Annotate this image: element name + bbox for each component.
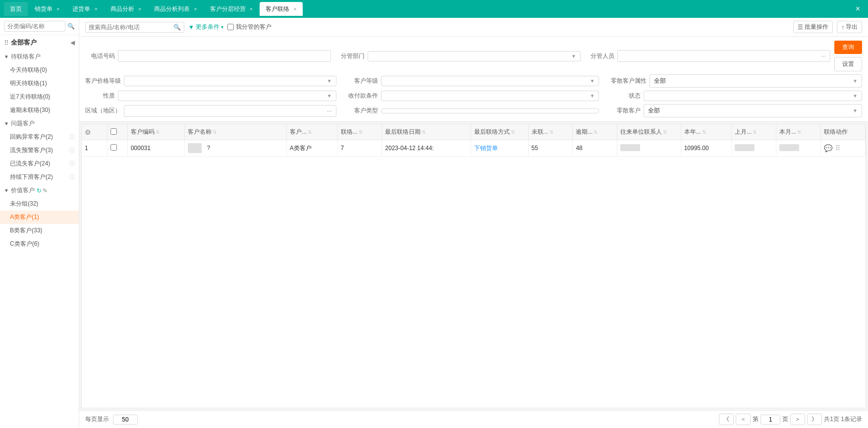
settings-button[interactable]: 设置 [834,57,862,71]
price-level-select[interactable]: ▼ [124,76,336,86]
close-tab-customer-segment[interactable]: × [250,6,253,12]
sort-uncontact-icon[interactable]: ⇅ [549,129,553,135]
page-size-input[interactable] [113,415,138,425]
chat-icon[interactable]: 💬 [824,144,832,152]
prev-page-btn[interactable]: ＜ [736,414,751,425]
person-select[interactable]: ··· [617,50,830,62]
retail-select[interactable]: 全部 ▼ [644,104,862,117]
phone-input[interactable] [118,50,331,62]
sidebar-item-declining[interactable]: 持续下滑客户(2) ⓘ [0,170,79,184]
sidebar-item-overdue[interactable]: 逾期未联络(30) [0,104,79,117]
close-tab-customer-contact[interactable]: × [293,6,296,12]
th-uncontact[interactable]: 未联... ⇅ [528,124,573,140]
sidebar-collapse-btn[interactable]: ◀ [70,39,75,46]
close-tab-sales[interactable]: × [56,6,59,12]
sidebar-group-problem-header[interactable]: ▼ 问题客户 [0,117,79,130]
sidebar-item-class-a[interactable]: A类客户(1) [0,211,79,224]
sort-contacts-icon[interactable]: ⇅ [663,129,667,135]
query-button[interactable]: 查询 [834,41,862,54]
th-method[interactable]: 最后联络方式 ⇅ [471,124,529,140]
retail-attr-select[interactable]: 全部 ▼ [650,74,862,88]
sidebar-item-churned[interactable]: 已流失客户(24) ⓘ [0,157,79,170]
region-dots[interactable]: ··· [327,107,332,114]
th-year[interactable]: 本年... ⇅ [681,124,732,140]
sidebar-all-customers[interactable]: ⠿ 全部客户 ◀ [0,35,79,50]
table-settings-icon[interactable]: ⚙ [85,128,91,136]
dept-select[interactable]: ▼ [368,51,581,61]
sort-year-icon[interactable]: ⇅ [702,129,706,135]
close-tab-analysis[interactable]: × [138,6,141,12]
tab-customer-segment[interactable]: 客户分层经营 × [204,2,259,16]
tab-analysis[interactable]: 商品分析 × [105,2,147,16]
th-thismonth[interactable]: 本月... ⇅ [776,124,821,140]
tab-customer-contact[interactable]: 客户联络 × [260,2,302,16]
sort-thismonth-icon[interactable]: ⇅ [797,129,801,135]
tab-sales[interactable]: 销货单 × [29,2,65,16]
my-customers-checkbox[interactable]: 我分管的客户 [227,23,271,31]
tab-purchase[interactable]: 进货单 × [66,2,103,16]
sidebar-group-pending-header[interactable]: ▼ 待联络客户 [0,50,79,63]
filter-row-2: 客户价格等级 ▼ 客户等级 ▼ [85,74,862,88]
sidebar-item-today[interactable]: 今天待联络(0) [0,63,79,77]
tab-home[interactable]: 首页 [4,2,28,16]
close-all-button[interactable]: × [852,2,864,15]
refresh-icon[interactable]: ↻ [37,187,42,194]
my-customers-check[interactable] [227,24,234,30]
customer-level-select[interactable]: ▼ [381,76,599,86]
sort-lastmonth-icon[interactable]: ⇅ [753,129,757,135]
th-settings: ⚙ [82,124,107,140]
sidebar-item-class-b[interactable]: B类客户(33) [0,224,79,237]
sidebar-group-value-header[interactable]: ▼ 价值客户 ↻ ✎ [0,184,79,197]
next-page-btn[interactable]: ＞ [790,414,805,425]
sidebar-search-input[interactable] [4,21,65,32]
edit-icon[interactable]: ✎ [43,187,48,194]
sidebar-item-tomorrow[interactable]: 明天待联络(1) [0,77,79,90]
close-tab-analysis-list[interactable]: × [194,6,197,12]
th-overdue[interactable]: 逾期... ⇅ [573,124,617,140]
first-page-btn[interactable]: 《 [719,414,734,425]
th-code[interactable]: 客户编码 ⇅ [127,124,185,140]
sort-method-icon[interactable]: ⇅ [511,129,515,135]
sidebar-item-repurchase-abnormal[interactable]: 回购异常客户(2) ⓘ [0,130,79,144]
row-contact: 7 [337,140,382,157]
last-method-link[interactable]: 下销货单 [474,145,498,152]
sidebar-item-7days[interactable]: 近7天待联络(0) [0,90,79,104]
tab-analysis-list[interactable]: 商品分析列表 × [148,2,203,16]
grid-action-icon[interactable]: ⠿ [835,144,840,152]
sort-class-icon[interactable]: ⇅ [308,129,312,135]
customer-type-select[interactable] [381,108,599,113]
last-page-btn[interactable]: 》 [807,414,822,425]
grid-icon: ⠿ [4,39,9,47]
sidebar-search-icon[interactable]: 🔍 [67,23,75,30]
sidebar-item-churn-warning[interactable]: 流失预警客户(3) ⓘ [0,144,79,157]
close-tab-purchase[interactable]: × [94,6,97,12]
sort-name-icon[interactable]: ⇅ [213,129,217,135]
more-filter-btn[interactable]: ▼ 更多条件 ▾ [188,23,223,31]
batch-operation-btn[interactable]: ☰ 批量操作 [793,21,833,33]
sort-code-icon[interactable]: ⇅ [156,129,160,135]
payment-select[interactable]: ▼ [381,91,599,101]
sort-date-icon[interactable]: ⇅ [422,129,426,135]
th-lastmonth[interactable]: 上月... ⇅ [732,124,776,140]
sidebar-item-unclassified[interactable]: 未分组(32) [0,197,79,211]
export-btn[interactable]: ↑ 导出 [837,21,862,33]
search-icon[interactable]: 🔍 [173,24,181,31]
select-all-checkbox[interactable] [110,128,117,135]
region-select[interactable]: ··· [124,105,336,117]
th-date[interactable]: 最后联络日期 ⇅ [382,124,471,140]
sidebar-item-class-c[interactable]: C类客户(6) [0,237,79,251]
filter-row-3: 性质 ▼ 收付款条件 ▼ [85,91,862,101]
th-contact[interactable]: 联络... ⇅ [337,124,382,140]
th-class[interactable]: 客户... ⇅ [286,124,337,140]
status-select[interactable]: ▼ [644,91,862,101]
th-name[interactable]: 客户名称 ⇅ [185,124,286,140]
sort-overdue-icon[interactable]: ⇅ [594,129,597,135]
th-unit-contacts[interactable]: 往来单位联系人 ⇅ [617,124,681,140]
filter-search-input[interactable] [89,24,171,31]
page-size-label: 每页显示 [85,415,109,424]
current-page-input[interactable] [760,415,780,425]
row-checkbox[interactable] [110,144,117,151]
person-dots[interactable]: ··· [821,53,826,59]
nature-select[interactable]: ▼ [118,91,336,101]
sort-contact-icon[interactable]: ⇅ [359,129,363,135]
